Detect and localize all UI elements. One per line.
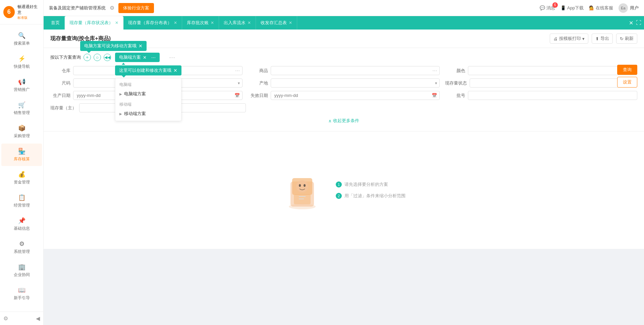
tab-close-all-icon[interactable]: ✕	[629, 20, 633, 26]
template-print-btn[interactable]: 🖨 按模板打印 ▾	[550, 34, 588, 44]
tab-inventory-status-label: 现存量（库存状况表）	[69, 20, 113, 26]
tab-inout[interactable]: 出入库流水 ✕	[219, 16, 256, 30]
sidebar-item-sales[interactable]: 🛒 销售管理	[1, 97, 42, 120]
collapse-label: 收起更多条件	[333, 118, 359, 124]
query-btns: 查询 设置	[617, 65, 637, 88]
sidebar-item-basic-label: 基础信息	[14, 226, 30, 231]
message-area[interactable]: 💬 消息 6	[540, 5, 555, 11]
scheme-tooltip-close[interactable]: ✕	[139, 43, 143, 49]
sidebar-item-finance[interactable]: 💰 资金管理	[1, 167, 42, 189]
sidebar-item-system[interactable]: ⚙ 系统管理	[1, 236, 42, 259]
tab-inventory-status-close[interactable]: ✕	[115, 20, 118, 25]
message-icon: 💬	[540, 5, 545, 10]
batch-input[interactable]	[468, 91, 637, 100]
scheme-dropdown-container: 电脑端方案 ✕ ⋯ 这里可以创建和修改方案哦 ✕ 电脑端 ▶	[115, 53, 160, 62]
settings-gear-icon[interactable]: ⚙	[110, 5, 114, 11]
tab-inventory-dist-close[interactable]: ✕	[174, 20, 177, 25]
export-btn[interactable]: ⬆ 导出	[592, 34, 613, 44]
scheme-item-desktop[interactable]: ▶ 电脑端方案	[115, 89, 181, 99]
tab-collect[interactable]: 收发存汇总表 ✕	[256, 16, 297, 30]
expire-date-wrapper: 📅	[271, 91, 440, 100]
query-btn[interactable]: 查询	[617, 65, 637, 75]
sidebar-item-inventory[interactable]: 🏪 库存核算	[1, 144, 42, 166]
sidebar-item-guide-label: 新手引导	[14, 295, 30, 301]
tab-inout-label: 出入库流水	[224, 20, 246, 26]
tab-collect-label: 收发存汇总表	[261, 20, 287, 26]
add-scheme-btn[interactable]: ＋	[84, 54, 91, 61]
sidebar-item-system-label: 系统管理	[14, 249, 30, 255]
svg-point-3	[296, 180, 308, 193]
logo-badge: 标准版	[17, 15, 40, 20]
empty-tip-1: 1 请先选择要分析的方案	[336, 180, 406, 189]
sidebar-item-purchase[interactable]: 📦 采购管理	[1, 120, 42, 143]
collapse-sidebar-icon[interactable]: ◀	[36, 315, 40, 322]
system-nav-icon: ⚙	[19, 240, 24, 248]
filter-goods: 商品 ⋯	[248, 66, 440, 75]
experience-btn[interactable]: 体验行业方案	[118, 3, 154, 13]
sidebar-item-basic[interactable]: 📌 基础信息	[1, 213, 42, 235]
filter-expire-date: 失效日期 📅	[248, 91, 440, 100]
user-label: 用户	[630, 5, 639, 11]
sidebar-item-purchase-label: 采购管理	[14, 133, 30, 139]
step-2-num: 2	[336, 193, 342, 199]
sidebar-bottom: ⚙ ◀	[0, 312, 43, 325]
scheme-tree-header: 电脑端	[115, 80, 181, 89]
tab-fullscreen-icon[interactable]: ⛶	[636, 20, 641, 26]
create-tooltip-container: 这里可以创建和修改方案哦 ✕ 电脑端 ▶ 电脑端方案 移动端 ▶	[115, 65, 181, 121]
origin-select-wrapper	[271, 78, 440, 88]
online-service[interactable]: 💁 在线客服	[589, 5, 613, 11]
reset-btn[interactable]: 设置	[617, 77, 637, 88]
color-select[interactable]	[468, 66, 637, 75]
tab-inventory-status[interactable]: 现存量（库存状况表） ✕	[65, 16, 123, 30]
empty-state: 1 请先选择要分析的方案 2 用「过滤」条件来缩小分析范围	[44, 131, 644, 249]
app-download[interactable]: 📱 App下载	[560, 5, 584, 11]
create-tooltip-text: 这里可以创建和修改方案哦	[119, 67, 171, 73]
scheme-mobile-label: 移动端方案	[124, 111, 146, 117]
empty-tip-2-text: 用「过滤」条件来缩小分析范围	[344, 192, 406, 200]
refresh-icon: ↻	[620, 36, 624, 41]
tab-inventory-dist[interactable]: 现存量（库存分布表） ✕	[123, 16, 182, 30]
print-icon: 🖨	[553, 36, 558, 41]
refresh-btn[interactable]: ↻ 刷新	[616, 34, 637, 44]
tab-batch-close[interactable]: ✕	[211, 20, 214, 25]
sidebar-item-search[interactable]: 🔍 搜索菜单	[1, 28, 42, 50]
sidebar-item-ops[interactable]: 📋 经营管理	[1, 190, 42, 212]
sidebar-item-marketing-label: 营销推广	[14, 87, 30, 93]
scheme-tooltip-container: 电脑方案可设为移动方案哦 ✕	[80, 41, 147, 51]
filter-title: 按以下方案查询	[50, 54, 81, 60]
settings-icon[interactable]: ⚙	[3, 315, 8, 322]
tab-home-label: 首页	[51, 20, 60, 26]
sales-nav-icon: 🛒	[18, 101, 25, 109]
scheme-tooltip-text: 电脑方案可设为移动方案哦	[84, 43, 137, 49]
stock-status-select[interactable]	[470, 78, 637, 88]
arrow-scheme-btn[interactable]: ◀◀	[104, 54, 111, 61]
filter-more-icon[interactable]: ⋯	[169, 54, 175, 61]
goods-dots-icon: ⋯	[432, 68, 437, 73]
sidebar-item-guide[interactable]: 📖 新手引导	[1, 282, 42, 305]
scheme-dots-icon: ⋯	[151, 55, 156, 60]
tab-collect-close[interactable]: ✕	[289, 20, 292, 25]
tab-inout-close[interactable]: ✕	[248, 20, 251, 25]
purchase-nav-icon: 📦	[18, 124, 25, 132]
goods-input[interactable]	[271, 66, 440, 75]
export-icon: ⬆	[595, 36, 599, 41]
edit-scheme-btn[interactable]: ○	[94, 54, 101, 61]
selected-scheme[interactable]: 电脑端方案 ✕ ⋯	[115, 53, 160, 62]
tab-home[interactable]: 首页	[46, 16, 65, 30]
create-tooltip-close[interactable]: ✕	[173, 68, 177, 73]
system-name: 装备及固定资产辅助管理系统	[49, 5, 106, 11]
sidebar-item-quick[interactable]: ⚡ 快捷导航	[1, 51, 42, 73]
origin-select[interactable]	[271, 78, 440, 88]
sidebar-item-corp-label: 企业协同	[14, 272, 30, 278]
sidebar-item-marketing[interactable]: 📢 营销推广	[1, 74, 42, 97]
scheme-item-mobile[interactable]: ▶ 移动端方案	[115, 109, 181, 119]
tab-inventory-dist-label: 现存量（库存分布表）	[128, 20, 172, 26]
filter-area: 按以下方案查询 ＋ 电脑方案可设为移动方案哦 ✕ ○ ◀◀	[44, 48, 644, 131]
service-icon: 💁	[589, 5, 594, 10]
scheme-close-icon[interactable]: ✕	[143, 55, 147, 60]
expire-date-input[interactable]	[271, 91, 440, 100]
sidebar-item-corp[interactable]: 🏢 企业协同	[1, 259, 42, 282]
sidebar-item-sales-label: 销售管理	[14, 110, 30, 116]
tab-batch[interactable]: 库存批次账 ✕	[182, 16, 219, 30]
user-area[interactable]: Ea 用户	[619, 3, 639, 13]
